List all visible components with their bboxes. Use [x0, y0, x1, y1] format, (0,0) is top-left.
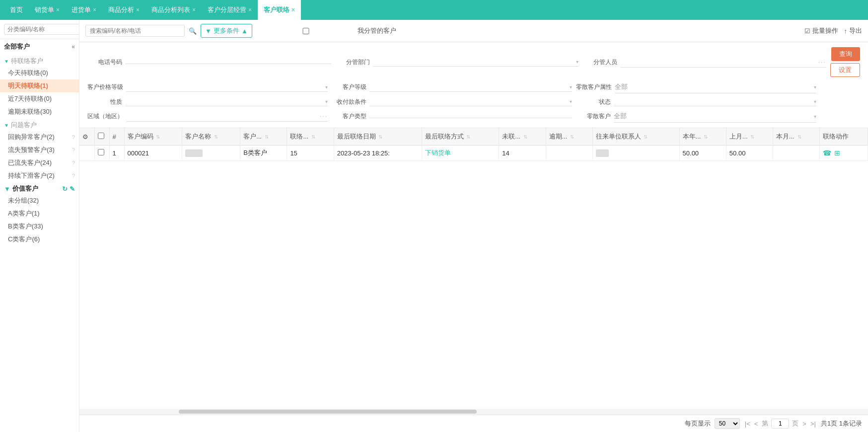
sidebar-item-overdue[interactable]: 逾期未联络(30) [0, 105, 79, 118]
row-code[interactable]: 000021 [124, 145, 182, 161]
price-level-select[interactable]: ▾ [126, 83, 328, 92]
edit-icon[interactable]: ✎ [70, 185, 75, 193]
set-button[interactable]: 设置 [830, 63, 860, 77]
status-select[interactable]: ▾ [614, 97, 816, 106]
checkbox-icon: ☑ [804, 27, 810, 35]
sort-contact-count-icon: ⇅ [311, 134, 315, 140]
row-num: 1 [109, 145, 124, 161]
nav-product-analysis-list-close[interactable]: × [192, 6, 196, 13]
col-overdue[interactable]: 逾期... ⇅ [546, 128, 592, 145]
col-code[interactable]: 客户编码 ⇅ [124, 128, 182, 145]
customer-type-input[interactable] [369, 115, 572, 118]
sidebar-group-problem: ▼ 问题客户 [0, 118, 79, 131]
next-page-btn[interactable]: > [801, 420, 807, 428]
chevron-up-icon: ▲ [241, 27, 248, 35]
export-btn[interactable]: ↑ 导出 [844, 26, 863, 35]
phone-input[interactable] [125, 61, 331, 64]
row-not-contact: 14 [499, 145, 546, 161]
sidebar-item-churned[interactable]: 已流失客户(24) ? [0, 156, 79, 169]
retail-customer-select[interactable]: 全部 ▾ [614, 110, 816, 123]
my-customers-checkbox[interactable]: 我分管的客户 [256, 26, 396, 35]
more-action-icon[interactable]: ⊞ [834, 149, 840, 157]
nav-product-analysis-list[interactable]: 商品分析列表 × [145, 0, 202, 20]
col-this-month[interactable]: 本月... ⇅ [773, 128, 820, 145]
field-region: 区域（地区） ··· [87, 111, 328, 122]
col-last-date[interactable]: 最后联络日期 ⇅ [334, 128, 422, 145]
col-checkbox[interactable] [94, 128, 109, 145]
nav-sales-close[interactable]: × [56, 6, 60, 13]
sidebar-search-input[interactable] [4, 24, 79, 35]
nav-sales[interactable]: 销货单 × [29, 0, 66, 20]
sort-this-month-icon: ⇅ [797, 134, 801, 140]
nav-purchase-close[interactable]: × [93, 6, 96, 13]
search-btn[interactable]: 🔍 [189, 27, 197, 35]
first-page-btn[interactable]: |< [744, 420, 751, 428]
filter-row-4: 区域（地区） ··· 客户类型 零散客户 全部 ▾ [87, 110, 860, 123]
sidebar-item-a-class[interactable]: A类客户(1) [0, 207, 79, 220]
nav-customer-contact-close[interactable]: × [291, 6, 295, 13]
col-last-method[interactable]: 最后联络方式 ⇅ [422, 128, 499, 145]
sidebar-all-customers[interactable]: 全部客户 « [0, 39, 79, 54]
last-method-link[interactable]: 下销货单 [425, 149, 451, 156]
sidebar-item-churn-warning[interactable]: 流失预警客户(3) ? [0, 144, 79, 156]
total-info: 共1页 1条记录 [821, 419, 862, 428]
sidebar-item-declining[interactable]: 持续下滑客户(2) ? [0, 169, 79, 182]
sidebar-item-week[interactable]: 近7天待联络(0) [0, 92, 79, 105]
refresh-icon[interactable]: ↻ [62, 185, 68, 193]
col-this-year[interactable]: 本年... ⇅ [679, 128, 726, 145]
sidebar-item-b-class[interactable]: B类客户(33) [0, 220, 79, 233]
sort-last-month-icon: ⇅ [750, 134, 754, 140]
my-customers-check[interactable] [256, 28, 356, 34]
nature-select[interactable]: ▾ [125, 97, 328, 106]
nav-product-analysis-close[interactable]: × [136, 6, 140, 13]
nav-purchase[interactable]: 进货单 × [66, 0, 102, 20]
contact-action-icon[interactable]: ☎ [823, 149, 831, 157]
sidebar-item-repurchase-abnormal[interactable]: 回购异常客户(2) ? [0, 131, 79, 144]
col-last-month[interactable]: 上月... ⇅ [726, 128, 773, 145]
field-customer-type: 客户类型 [332, 112, 572, 121]
row-checkbox[interactable] [94, 145, 109, 161]
manager-input[interactable]: ··· [620, 57, 826, 68]
col-name[interactable]: 客户名称 ⇅ [182, 128, 240, 145]
page-input[interactable] [771, 419, 789, 429]
col-type[interactable]: 客户... ⇅ [240, 128, 287, 145]
sidebar-item-today[interactable]: 今天待联络(0) [0, 67, 79, 79]
col-not-contact[interactable]: 未联... ⇅ [499, 128, 546, 145]
batch-op-btn[interactable]: ☑ 批量操作 [804, 26, 838, 35]
more-conditions-btn[interactable]: ▼ 更多条件 ▲ [201, 24, 252, 38]
last-page-btn[interactable]: >| [809, 420, 817, 428]
col-contact-count[interactable]: 联络... ⇅ [287, 128, 334, 145]
nav-product-analysis[interactable]: 商品分析 × [102, 0, 145, 20]
row-check[interactable] [98, 149, 104, 155]
retail-attr-select[interactable]: 全部 ▾ [615, 81, 816, 93]
select-all-checkbox[interactable] [98, 133, 104, 139]
col-gear[interactable]: ⚙ [79, 128, 94, 145]
row-name[interactable]: XXXX [182, 145, 240, 161]
nav-customer-segment-close[interactable]: × [248, 6, 252, 13]
nav-customer-contact[interactable]: 客户联络 × [258, 0, 301, 20]
sort-type-icon: ⇅ [265, 134, 269, 140]
search-input[interactable] [85, 25, 185, 37]
export-icon: ↑ [844, 27, 848, 35]
row-last-method[interactable]: 下销货单 [422, 145, 499, 161]
table-header-row: ⚙ # 客户编码 ⇅ 客户名称 ⇅ 客户... ⇅ 联络... ⇅ 最后联络日期… [79, 128, 868, 145]
region-input[interactable]: ··· [126, 111, 328, 122]
scrollbar-thumb[interactable] [179, 410, 477, 414]
table-actions: ☎ ⊞ [823, 149, 865, 157]
dept-select[interactable]: ▾ [373, 58, 579, 67]
gear-icon[interactable]: ⚙ [82, 133, 88, 141]
payment-select[interactable]: ▾ [369, 97, 572, 106]
query-button[interactable]: 查询 [831, 47, 860, 61]
customer-level-select[interactable]: ▾ [369, 83, 572, 92]
sidebar-item-c-class[interactable]: C类客户(6) [0, 233, 79, 246]
col-contact-person[interactable]: 往来单位联系人 ⇅ [592, 128, 679, 145]
sidebar-item-tomorrow[interactable]: 明天待联络(1) [0, 79, 79, 92]
sidebar-item-ungrouped[interactable]: 未分组(32) [0, 194, 79, 207]
nav-home[interactable]: 首页 [4, 0, 29, 20]
collapse-icon: « [72, 43, 75, 50]
per-page-select[interactable]: 50 100 200 [715, 418, 740, 429]
nav-customer-segment[interactable]: 客户分层经营 × [202, 0, 258, 20]
sidebar-search-area: 🔍 [0, 20, 79, 39]
horizontal-scrollbar[interactable] [79, 409, 868, 415]
prev-page-btn[interactable]: < [753, 420, 759, 428]
